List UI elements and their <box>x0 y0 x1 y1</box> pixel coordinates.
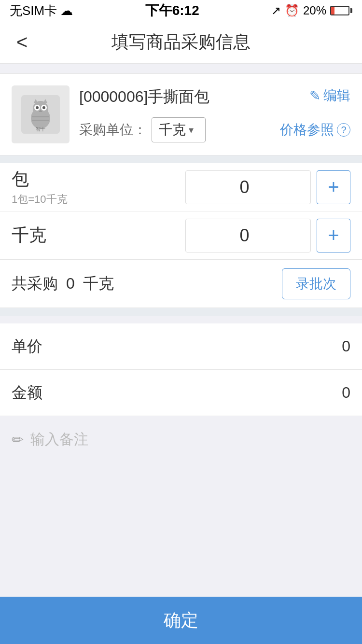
summary-prefix: 共采购 <box>12 275 58 292</box>
battery-icon <box>330 6 352 15</box>
kg-label-group: 千克 <box>12 224 89 247</box>
chevron-down-icon: ▾ <box>189 124 194 136</box>
summary-value: 0 <box>66 275 75 292</box>
status-time: 下午6:12 <box>145 1 199 20</box>
edit-icon: ✎ <box>309 88 320 104</box>
location-icon: ↗ <box>271 4 281 17</box>
page-title: 填写商品采购信息 <box>111 30 251 54</box>
unit-price-label: 单价 <box>12 336 42 357</box>
nav-bar: < 填写商品采购信息 <box>0 21 362 64</box>
summary-unit: 千克 <box>83 275 114 292</box>
product-unit-row: 采购单位： 千克 ▾ 价格参照 ? <box>79 117 350 142</box>
remark-section[interactable]: ✏ 输入备注 <box>0 416 362 463</box>
unit-value: 千克 <box>159 121 186 139</box>
bao-plus-button[interactable]: + <box>317 170 350 204</box>
kg-plus-button[interactable]: + <box>317 219 350 252</box>
amount-value: 0 <box>342 384 350 402</box>
product-header: [0000006]手撕面包 ✎ 编辑 <box>79 86 350 108</box>
summary-text: 共采购 0 千克 <box>12 273 114 294</box>
divider-band-1 <box>0 155 362 163</box>
svg-point-6 <box>42 106 45 109</box>
amount-row: 金额 0 <box>0 370 362 416</box>
product-name: [0000006]手撕面包 <box>79 86 209 108</box>
batch-button[interactable]: 录批次 <box>282 268 350 299</box>
unit-price-row: 单价 0 <box>0 323 362 370</box>
price-section: 单价 0 金额 0 <box>0 323 362 416</box>
svg-text:智十: 智十 <box>36 126 45 132</box>
pencil-icon: ✏ <box>12 431 24 448</box>
confirm-button[interactable]: 确定 <box>0 597 362 644</box>
kg-input[interactable] <box>185 219 311 252</box>
bao-sub-label: 1包=10千克 <box>12 192 89 207</box>
kg-input-wrapper: + <box>89 219 350 252</box>
input-section: 包 1包=10千克 + 千克 + <box>0 163 362 260</box>
remark-placeholder: 输入备注 <box>30 430 88 449</box>
bao-label-group: 包 1包=10千克 <box>12 168 89 207</box>
bao-input[interactable] <box>185 170 311 204</box>
bao-input-row: 包 1包=10千克 + <box>0 163 362 211</box>
product-image: 智十 <box>12 85 70 143</box>
product-info: [0000006]手撕面包 ✎ 编辑 采购单位： 千克 ▾ 价格参照 ? <box>79 86 350 142</box>
product-card: 智十 [0000006]手撕面包 ✎ 编辑 采购单位： 千克 ▾ 价格参照 ? <box>0 73 362 155</box>
edit-label: 编辑 <box>323 86 350 105</box>
status-left: 无SIM卡 ☁ <box>10 2 73 19</box>
divider-band-2 <box>0 308 362 316</box>
price-ref-button[interactable]: 价格参照 ? <box>280 121 350 139</box>
bao-input-wrapper: + <box>89 170 350 204</box>
unit-dropdown[interactable]: 千克 ▾ <box>152 117 206 142</box>
kg-input-row: 千克 + <box>0 211 362 260</box>
confirm-label: 确定 <box>164 609 198 632</box>
unit-price-value: 0 <box>342 337 350 355</box>
alarm-icon: ⏰ <box>285 4 299 17</box>
kg-label: 千克 <box>12 224 89 247</box>
price-ref-label: 价格参照 <box>280 121 334 139</box>
product-logo-svg: 智十 <box>21 95 60 134</box>
price-ref-help-icon: ? <box>337 123 350 137</box>
edit-button[interactable]: ✎ 编辑 <box>309 86 350 105</box>
bottom-spacer <box>0 463 362 598</box>
svg-point-5 <box>36 106 39 109</box>
status-right: ↗ ⏰ 20% <box>271 4 352 17</box>
summary-row: 共采购 0 千克 录批次 <box>0 260 362 308</box>
bao-label: 包 <box>12 168 89 191</box>
unit-label: 采购单位： <box>79 121 147 139</box>
amount-label: 金额 <box>12 382 42 404</box>
status-bar: 无SIM卡 ☁ 下午6:12 ↗ ⏰ 20% <box>0 0 362 21</box>
battery-percent: 20% <box>303 4 326 17</box>
back-button[interactable]: < <box>12 27 32 58</box>
no-sim-label: 无SIM卡 ☁ <box>10 2 73 19</box>
